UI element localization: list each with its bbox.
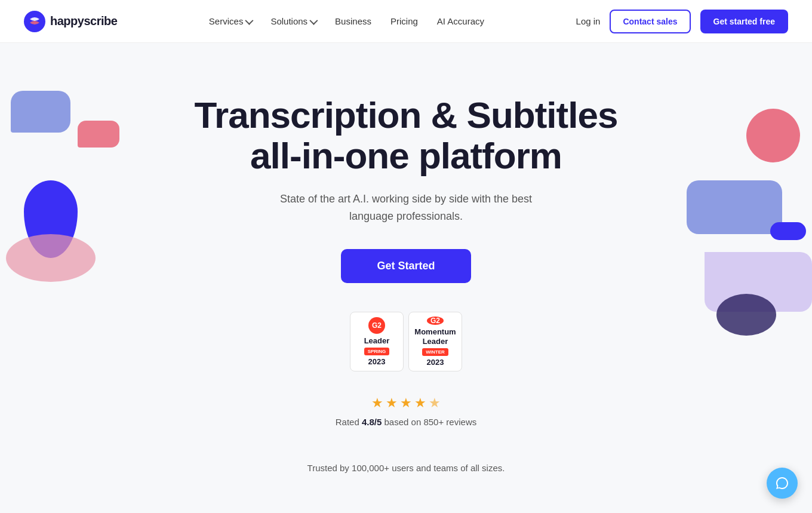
chat-support-button[interactable] [767, 468, 798, 499]
chevron-down-icon [245, 16, 254, 24]
star-1: ★ [371, 395, 383, 411]
blob-navy-right [716, 294, 776, 336]
nav-links: Services Solutions Business Pricing AI A… [209, 16, 484, 26]
nav-item-business[interactable]: Business [335, 16, 371, 26]
hero-section: Transcription & Subtitles all-in-one pla… [0, 43, 812, 513]
g2-logo-icon-2: G2 [427, 317, 444, 325]
contact-sales-button[interactable]: Contact sales [610, 10, 690, 33]
star-5-half: ★ [429, 395, 441, 411]
deco-left [0, 73, 125, 300]
nav-item-services[interactable]: Services [209, 16, 252, 26]
speech-bubble-lavender-right [705, 252, 812, 312]
navbar: happyscribe Services Solutions Business … [0, 0, 812, 43]
nav-item-pricing[interactable]: Pricing [390, 16, 418, 26]
hero-subtitle: State of the art A.I. working side by si… [263, 191, 549, 225]
rating-text: Rated 4.8/5 based on 850+ reviews [336, 417, 476, 427]
logo-link[interactable]: happyscribe [24, 11, 117, 32]
blob-character-left [24, 180, 78, 258]
star-4: ★ [414, 395, 426, 411]
g2-badge-leader: G2 Leader SPRING 2023 [350, 312, 404, 371]
nav-actions: Log in Contact sales Get started free [576, 10, 788, 33]
g2-badge-momentum: G2 MomentumLeader WINTER 2023 [408, 312, 462, 371]
chevron-down-icon [309, 16, 318, 24]
rating-stars: ★ ★ ★ ★ ★ [371, 395, 441, 411]
nav-item-ai-accuracy[interactable]: AI Accuracy [437, 16, 484, 26]
deco-right [687, 103, 812, 330]
logo-text: happyscribe [50, 14, 117, 28]
speech-bubble-blue-left [11, 91, 70, 133]
rating-value: 4.8/5 [362, 417, 382, 427]
character-head-right [746, 109, 800, 162]
blob-base-left [6, 234, 96, 282]
speech-bubble-pink-left [78, 121, 119, 148]
trust-text: Trusted by 100,000+ users and teams of a… [307, 463, 505, 473]
get-started-nav-button[interactable]: Get started free [700, 10, 788, 33]
star-2: ★ [386, 395, 398, 411]
star-3: ★ [400, 395, 412, 411]
speech-bubble-purple-right [687, 180, 782, 234]
chat-icon [775, 476, 789, 490]
login-button[interactable]: Log in [576, 16, 601, 26]
hero-cta-button[interactable]: Get Started [341, 249, 470, 283]
hero-title: Transcription & Subtitles all-in-one pla… [195, 95, 618, 176]
g2-logo-icon: G2 [368, 317, 385, 334]
speech-bubble-dark-right [770, 222, 806, 240]
nav-item-solutions[interactable]: Solutions [270, 16, 316, 26]
logo-icon [24, 11, 45, 32]
g2-badges: G2 Leader SPRING 2023 G2 MomentumLeader … [350, 312, 462, 371]
